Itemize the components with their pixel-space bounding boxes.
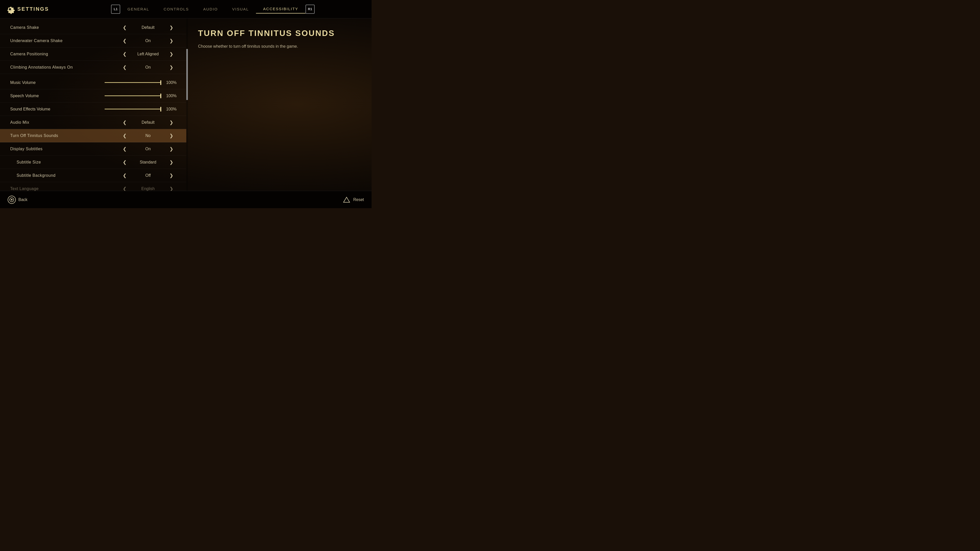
setting-row-camera-positioning[interactable]: Camera Positioning ❮ Left Aligned ❯ [0, 48, 186, 61]
arrow-right-camera-positioning[interactable]: ❯ [167, 50, 175, 58]
setting-row-underwater-camera-shake[interactable]: Underwater Camera Shake ❮ On ❯ [0, 34, 186, 48]
setting-row-climbing-annotations[interactable]: Climbing Annotations Always On ❮ On ❯ [0, 61, 186, 74]
back-icon [8, 196, 16, 204]
setting-value-turn-off-tinnitus: No [133, 133, 163, 138]
setting-value-audio-mix: Default [133, 120, 163, 125]
setting-label-camera-shake: Camera Shake [10, 25, 115, 30]
info-panel-title: TURN OFF TINNITUS SOUNDS [198, 29, 361, 38]
setting-value-camera-positioning: Left Aligned [133, 52, 163, 56]
arrow-right-subtitle-background[interactable]: ❯ [167, 171, 175, 179]
reset-label: Reset [353, 197, 364, 202]
slider-track-music-volume[interactable] [105, 82, 161, 83]
nav-prev-button[interactable]: L1 [111, 5, 120, 14]
setting-label-turn-off-tinnitus: Turn Off Tinnitus Sounds [10, 133, 115, 138]
bottom-bar: Back Reset [0, 191, 372, 208]
slider-fill-music-volume [105, 82, 161, 83]
slider-track-sound-effects-volume[interactable] [105, 109, 161, 110]
circle-icon [9, 197, 14, 202]
arrow-right-audio-mix[interactable]: ❯ [167, 119, 175, 126]
scrollbar-thumb[interactable] [186, 49, 188, 100]
tab-visual[interactable]: VISUAL [225, 5, 256, 13]
setting-value-climbing-annotations: On [133, 65, 163, 70]
arrow-left-display-subtitles[interactable]: ❮ [121, 145, 129, 153]
scrollbar[interactable] [186, 18, 188, 191]
tab-accessibility[interactable]: ACCESSIBILITY [256, 5, 305, 14]
back-label: Back [18, 197, 27, 202]
settings-logo: SETTINGS [5, 4, 49, 14]
arrow-right-display-subtitles[interactable]: ❯ [167, 145, 175, 153]
nav-tabs: L1 GENERAL CONTROLS AUDIO VISUAL ACCESSI… [59, 5, 366, 14]
setting-row-subtitle-size[interactable]: Subtitle Size ❮ Standard ❯ [0, 156, 186, 169]
setting-label-audio-mix: Audio Mix [10, 120, 115, 125]
setting-row-audio-mix[interactable]: Audio Mix ❮ Default ❯ [0, 116, 186, 129]
nav-next-button[interactable]: R1 [305, 5, 315, 14]
setting-label-subtitle-size: Subtitle Size [17, 160, 115, 165]
setting-label-climbing-annotations: Climbing Annotations Always On [10, 65, 115, 70]
slider-thumb-speech-volume [160, 94, 161, 98]
main-content: Camera Shake ❮ Default ❯ Underwater Came… [0, 18, 372, 191]
setting-row-turn-off-tinnitus[interactable]: Turn Off Tinnitus Sounds ❮ No ❯ [0, 129, 186, 142]
arrow-left-camera-shake[interactable]: ❮ [121, 24, 129, 32]
arrow-right-camera-shake[interactable]: ❯ [167, 24, 175, 32]
setting-control-climbing-annotations: ❮ On ❯ [115, 64, 181, 71]
slider-container-speech-volume: 100% [105, 94, 181, 98]
setting-row-camera-shake[interactable]: Camera Shake ❮ Default ❯ [0, 21, 186, 34]
setting-value-speech-volume: 100% [164, 94, 177, 98]
slider-fill-speech-volume [105, 95, 161, 96]
setting-control-subtitle-background: ❮ Off ❯ [115, 171, 181, 179]
setting-row-text-language: Text Language ❮ English ❯ [0, 182, 186, 191]
triangle-icon [343, 196, 350, 203]
setting-value-music-volume: 100% [164, 80, 177, 85]
setting-row-speech-volume[interactable]: Speech Volume 100% [0, 89, 186, 103]
setting-label-music-volume: Music Volume [10, 80, 105, 85]
arrow-right-turn-off-tinnitus[interactable]: ❯ [167, 132, 175, 140]
arrow-right-subtitle-size[interactable]: ❯ [167, 159, 175, 166]
setting-value-sound-effects-volume: 100% [164, 107, 177, 111]
setting-row-display-subtitles[interactable]: Display Subtitles ❮ On ❯ [0, 142, 186, 156]
setting-row-music-volume[interactable]: Music Volume 100% [0, 76, 186, 89]
arrow-left-audio-mix[interactable]: ❮ [121, 119, 129, 126]
setting-value-display-subtitles: On [133, 147, 163, 151]
tab-audio[interactable]: AUDIO [196, 5, 225, 13]
slider-container-music-volume: 100% [105, 80, 181, 85]
setting-control-text-language: ❮ English ❯ [115, 185, 181, 191]
slider-thumb-sound-effects-volume [160, 107, 161, 111]
reset-button[interactable]: Reset [342, 196, 364, 204]
setting-control-audio-mix: ❮ Default ❯ [115, 119, 181, 126]
arrow-left-climbing-annotations[interactable]: ❮ [121, 64, 129, 71]
tab-general[interactable]: GENERAL [120, 5, 156, 13]
setting-control-camera-positioning: ❮ Left Aligned ❯ [115, 50, 181, 58]
setting-value-text-language: English [133, 186, 163, 191]
setting-row-subtitle-background[interactable]: Subtitle Background ❮ Off ❯ [0, 169, 186, 182]
arrow-left-subtitle-background[interactable]: ❮ [121, 171, 129, 179]
top-navigation: SETTINGS L1 GENERAL CONTROLS AUDIO VISUA… [0, 0, 372, 18]
slider-thumb-music-volume [160, 80, 161, 85]
setting-value-subtitle-size: Standard [133, 160, 163, 165]
setting-label-camera-positioning: Camera Positioning [10, 52, 115, 56]
settings-title: SETTINGS [18, 6, 49, 12]
arrow-right-climbing-annotations[interactable]: ❯ [167, 64, 175, 71]
arrow-right-underwater-camera-shake[interactable]: ❯ [167, 37, 175, 44]
setting-row-sound-effects-volume[interactable]: Sound Effects Volume 100% [0, 103, 186, 116]
arrow-left-camera-positioning[interactable]: ❮ [121, 50, 129, 58]
setting-control-underwater-camera-shake: ❮ On ❯ [115, 37, 181, 44]
svg-point-1 [11, 199, 13, 200]
arrow-left-subtitle-size[interactable]: ❮ [121, 159, 129, 166]
arrow-left-underwater-camera-shake[interactable]: ❮ [121, 37, 129, 44]
arrow-right-text-language: ❯ [167, 185, 175, 191]
setting-label-display-subtitles: Display Subtitles [10, 147, 115, 151]
setting-control-subtitle-size: ❮ Standard ❯ [115, 159, 181, 166]
slider-track-speech-volume[interactable] [105, 95, 161, 96]
info-panel-description: Choose whether to turn off tinnitus soun… [198, 43, 326, 50]
setting-label-text-language: Text Language [10, 186, 115, 191]
reset-icon [342, 196, 351, 204]
arrow-left-turn-off-tinnitus[interactable]: ❮ [121, 132, 129, 140]
setting-control-turn-off-tinnitus: ❮ No ❯ [115, 132, 181, 140]
setting-control-camera-shake: ❮ Default ❯ [115, 24, 181, 32]
setting-value-camera-shake: Default [133, 25, 163, 30]
setting-label-underwater-camera-shake: Underwater Camera Shake [10, 38, 115, 43]
back-button[interactable]: Back [8, 196, 27, 204]
setting-value-underwater-camera-shake: On [133, 38, 163, 43]
setting-label-subtitle-background: Subtitle Background [17, 173, 115, 178]
tab-controls[interactable]: CONTROLS [156, 5, 196, 13]
